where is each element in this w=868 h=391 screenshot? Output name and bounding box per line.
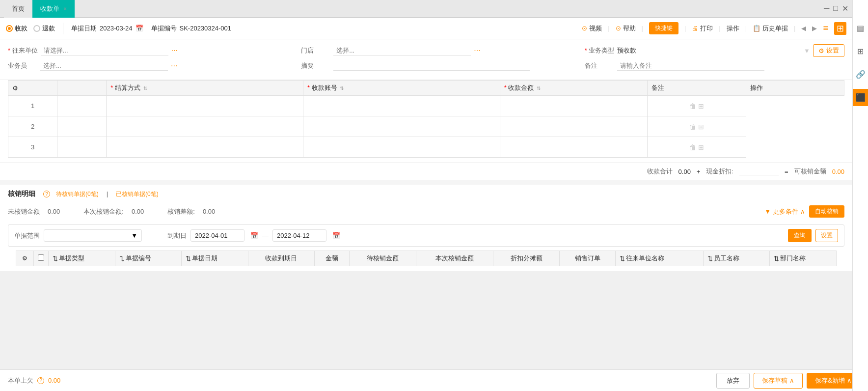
search-bar: 单据范围 ▼ 到期日 📅 — 📅 查询 设置 [8, 224, 844, 247]
remark-input[interactable] [617, 61, 764, 71]
tab-home[interactable]: 首页 [4, 0, 32, 18]
delete-icon-3[interactable]: 🗑 [689, 143, 696, 151]
operation-btn[interactable]: 操作 [727, 24, 739, 33]
sidebar-expand-icon[interactable]: ⬛ [853, 89, 868, 106]
print-btn[interactable]: 🖨 打印 [692, 24, 713, 33]
divider2: | [642, 25, 643, 32]
nav-prev-icon[interactable]: ◀ [801, 25, 806, 32]
lth-sales-order: 销售订单 [560, 251, 616, 266]
lth-settings[interactable]: ⚙ [16, 251, 34, 266]
window-close-icon[interactable]: ✕ [842, 4, 848, 13]
help-btn[interactable]: ⊙ 帮助 [616, 24, 636, 33]
shortcut-btn[interactable]: 快捷键 [649, 22, 678, 34]
filter-icon: ▼ [764, 208, 771, 215]
shop-input[interactable] [333, 46, 471, 56]
account-label: 收款账号 [312, 84, 337, 91]
lth-current-label: 本次核销金额 [435, 254, 474, 262]
counterpart-more-btn[interactable]: ··· [171, 46, 178, 55]
calendar-from-icon[interactable]: 📅 [250, 232, 258, 239]
video-btn[interactable]: ⊙ 视频 [582, 24, 602, 33]
more-conditions-btn[interactable]: ▼ 更多条件 ∧ [764, 207, 805, 216]
tab-done[interactable]: 已核销单据(0笔) [116, 190, 159, 198]
lower-settings-btn[interactable]: 设置 [815, 229, 838, 242]
type-sort[interactable]: ⇅ [53, 255, 58, 262]
settings-label: 设置 [826, 46, 839, 55]
counterpart-input[interactable] [41, 46, 168, 56]
staff-input[interactable] [40, 61, 168, 71]
business-type-label: 业务类型 [585, 46, 615, 55]
copy-icon-2[interactable]: ⊞ [698, 123, 704, 131]
summary-input[interactable] [333, 61, 530, 71]
window-max-icon[interactable]: □ [833, 4, 838, 13]
date-to-input[interactable] [272, 229, 326, 242]
remark-group: 备注 [585, 61, 844, 71]
staff-more-btn[interactable]: ··· [171, 61, 177, 70]
th-settings[interactable]: ⚙ [8, 81, 57, 96]
nav-next-icon[interactable]: ▶ [812, 25, 817, 32]
number-sort[interactable]: ⇅ [119, 255, 125, 262]
range-select[interactable]: ▼ [44, 229, 142, 242]
tab-close-icon[interactable]: × [63, 5, 67, 12]
discount-input[interactable] [739, 168, 779, 175]
history-label: 历史单据 [762, 24, 788, 33]
number-label: 单据编号 [151, 24, 177, 33]
date-from-input[interactable] [190, 229, 244, 242]
dept-sort[interactable]: ⇅ [774, 255, 779, 262]
account-sort[interactable]: ⇅ [340, 85, 344, 91]
business-type-group: 业务类型 预收款 ▼ ⚙ 设置 [585, 44, 844, 57]
lth-current: 本次核销金额 [416, 251, 493, 266]
history-btn[interactable]: 📋 历史单据 [753, 24, 788, 33]
diff-label: 核销差额: [167, 207, 195, 216]
save-draft-btn[interactable]: 保存草稿 ∧ [754, 373, 803, 389]
date-sort[interactable]: ⇅ [186, 255, 191, 262]
query-btn[interactable]: 查询 [788, 229, 812, 242]
delete-icon-1[interactable]: 🗑 [689, 102, 696, 110]
sidebar-grid-icon[interactable]: ⊞ [857, 43, 864, 60]
td-num-1: 1 [8, 96, 57, 116]
lth-date-label: 单据日期 [192, 254, 217, 263]
table-row: 3 🗑 ⊞ [8, 137, 844, 158]
available-value: 0.00 [832, 168, 844, 175]
tab-home-label: 首页 [12, 4, 25, 13]
action-label: 操作 [750, 84, 763, 91]
verify-info-icon[interactable]: ? [43, 191, 50, 197]
grid-icon[interactable]: ⊞ [834, 22, 846, 35]
more-conditions-label: 更多条件 [773, 207, 798, 216]
lth-checkbox[interactable] [34, 251, 49, 266]
th-amount: 收款金额 ⇅ [500, 81, 648, 96]
staff-sort[interactable]: ⇅ [707, 255, 713, 262]
window-min-icon[interactable]: ─ [824, 4, 829, 13]
calendar-icon[interactable]: 📅 [136, 25, 143, 32]
calendar-to-icon[interactable]: 📅 [332, 232, 340, 239]
select-all-checkbox[interactable] [38, 254, 44, 261]
abandon-btn[interactable]: 放弃 [716, 373, 750, 389]
tab-pending[interactable]: 待核销单据(0笔) [56, 190, 99, 198]
radio-refund[interactable]: 退款 [33, 24, 55, 33]
auto-verify-btn[interactable]: 自动核销 [809, 205, 844, 218]
counterpart-label: 往来单位 [8, 46, 38, 55]
bottom-label: 本单上欠 [8, 376, 33, 385]
form-settings-btn[interactable]: ⚙ 设置 [813, 44, 844, 57]
shop-more-btn[interactable]: ··· [474, 46, 480, 55]
unverified-value: 0.00 [48, 208, 60, 215]
main-content: 往来单位 ··· 门店 ··· 业务类型 预收款 ▼ ⚙ [0, 39, 852, 271]
menu-icon[interactable]: ≡ [823, 23, 828, 33]
date-field: 到期日 📅 — 📅 [167, 229, 340, 242]
td-num-2: 2 [8, 116, 57, 137]
delete-icon-2[interactable]: 🗑 [689, 123, 696, 131]
radio-receipt[interactable]: 收款 [6, 24, 27, 33]
copy-icon-3[interactable]: ⊞ [698, 143, 704, 151]
available-label: 可核销金额 [794, 167, 826, 176]
counterpart-sort[interactable]: ⇅ [620, 255, 625, 262]
amount-sort[interactable]: ⇅ [537, 85, 541, 91]
bottom-info-icon[interactable]: ? [37, 377, 44, 384]
lower-table-header: ⚙ ⇅单据类型 ⇅单据编号 ⇅单据日期 收款到期日 金额 待核销金额 本次核销金… [16, 251, 837, 266]
sidebar-link-icon[interactable]: 🔗 [856, 66, 866, 83]
settlement-sort[interactable]: ⇅ [143, 85, 147, 91]
help-label: 帮助 [623, 24, 636, 33]
tab-receipt[interactable]: 收款单 × [32, 0, 75, 18]
copy-icon-1[interactable]: ⊞ [698, 102, 704, 110]
td-amount-2 [303, 116, 500, 137]
sidebar-table-icon[interactable]: ▤ [857, 20, 864, 37]
business-type-arrow[interactable]: ▼ [804, 47, 810, 55]
